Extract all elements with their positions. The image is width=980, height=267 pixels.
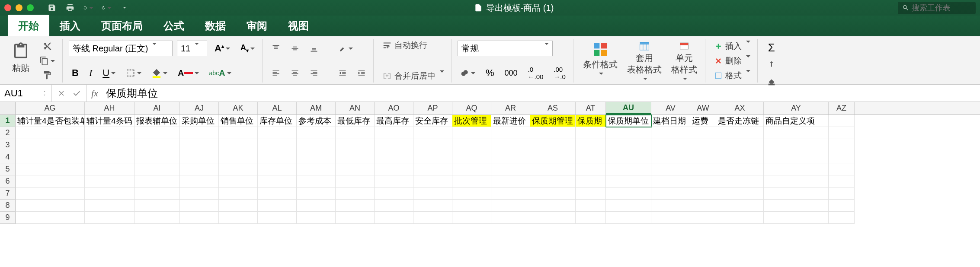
- cell-AH8[interactable]: [85, 200, 135, 212]
- cell-AT4[interactable]: [576, 151, 606, 163]
- cell-AP8[interactable]: [413, 200, 452, 212]
- cell-AO3[interactable]: [375, 139, 413, 151]
- column-header-AV[interactable]: AV: [651, 102, 690, 114]
- column-header-AR[interactable]: AR: [491, 102, 530, 114]
- cell-AG5[interactable]: [16, 163, 85, 175]
- column-header-AO[interactable]: AO: [375, 102, 413, 114]
- cell-AK9[interactable]: [219, 212, 258, 224]
- cell-AQ7[interactable]: [452, 188, 491, 200]
- orientation-button[interactable]: [335, 41, 356, 56]
- merge-center-button[interactable]: 合并后居中: [380, 70, 447, 83]
- chevron-down-icon[interactable]: [42, 93, 47, 97]
- cell-AG2[interactable]: [16, 127, 85, 139]
- cell-AT7[interactable]: [576, 188, 606, 200]
- increase-font-button[interactable]: A▴: [211, 41, 233, 56]
- fill-color-button[interactable]: [149, 65, 170, 81]
- cell-AN6[interactable]: [336, 175, 375, 188]
- cell-AL5[interactable]: [258, 163, 297, 175]
- cell-AU3[interactable]: [606, 139, 651, 151]
- close-window-button[interactable]: [4, 4, 11, 11]
- cell-AK2[interactable]: [219, 127, 258, 139]
- cell-AM6[interactable]: [297, 175, 336, 188]
- italic-button[interactable]: I: [86, 65, 95, 81]
- cell-AR9[interactable]: [491, 212, 530, 224]
- search-input[interactable]: [912, 3, 968, 13]
- cell-AW5[interactable]: [690, 163, 716, 175]
- cell-AX4[interactable]: [716, 151, 764, 163]
- cell-AP7[interactable]: [413, 188, 452, 200]
- cell-AM7[interactable]: [297, 188, 336, 200]
- font-name-select[interactable]: 等线 Regular (正文): [69, 41, 173, 56]
- minimize-window-button[interactable]: [16, 4, 22, 11]
- cell-AR3[interactable]: [491, 139, 530, 151]
- cell-AN7[interactable]: [336, 188, 375, 200]
- cell-AV4[interactable]: [651, 151, 690, 163]
- cell-AT6[interactable]: [576, 175, 606, 188]
- cell-AR7[interactable]: [491, 188, 530, 200]
- chevron-up-icon[interactable]: [42, 90, 47, 93]
- cell-AO8[interactable]: [375, 200, 413, 212]
- tab-数据[interactable]: 数据: [195, 15, 236, 36]
- print-button[interactable]: [65, 3, 75, 13]
- cell-AS5[interactable]: [530, 163, 576, 175]
- cell-AS2[interactable]: [530, 127, 576, 139]
- cell-AS9[interactable]: [530, 212, 576, 224]
- cell-AW9[interactable]: [690, 212, 716, 224]
- cell-AL6[interactable]: [258, 175, 297, 188]
- cell-AJ3[interactable]: [180, 139, 219, 151]
- align-middle-button[interactable]: [288, 41, 302, 56]
- cell-AX5[interactable]: [716, 163, 764, 175]
- tab-审阅[interactable]: 审阅: [236, 15, 278, 36]
- underline-button[interactable]: U: [99, 65, 118, 81]
- align-bottom-button[interactable]: [307, 41, 321, 56]
- cell-AI7[interactable]: [135, 188, 180, 200]
- column-header-AP[interactable]: AP: [413, 102, 452, 114]
- cell-AT3[interactable]: [576, 139, 606, 151]
- cell-AU2[interactable]: [606, 127, 651, 139]
- cell-AN8[interactable]: [336, 200, 375, 212]
- select-all-corner[interactable]: [0, 102, 16, 114]
- redo-button[interactable]: [101, 3, 112, 13]
- align-center-button[interactable]: [288, 65, 302, 81]
- align-left-button[interactable]: [269, 65, 283, 81]
- cell-AV6[interactable]: [651, 175, 690, 188]
- cell-AR4[interactable]: [491, 151, 530, 163]
- cell-AO5[interactable]: [375, 163, 413, 175]
- spreadsheet-grid[interactable]: AGAHAIAJAKALAMANAOAPAQARASATAUAVAWAXAYAZ…: [0, 102, 980, 224]
- column-header-AI[interactable]: AI: [135, 102, 180, 114]
- cell-AN1[interactable]: 最低库存: [336, 115, 375, 127]
- cell-AJ7[interactable]: [180, 188, 219, 200]
- cell-AY7[interactable]: [764, 188, 829, 200]
- cell-AQ1[interactable]: 批次管理: [452, 115, 491, 127]
- cell-AO1[interactable]: 最高库存: [375, 115, 413, 127]
- cell-AV9[interactable]: [651, 212, 690, 224]
- cell-AH9[interactable]: [85, 212, 135, 224]
- cell-AJ1[interactable]: 采购单位: [180, 115, 219, 127]
- cell-AJ2[interactable]: [180, 127, 219, 139]
- cell-AK1[interactable]: 销售单位: [219, 115, 258, 127]
- cell-AK3[interactable]: [219, 139, 258, 151]
- cell-AY1[interactable]: 商品自定义项: [764, 115, 829, 127]
- cell-AY6[interactable]: [764, 175, 829, 188]
- cell-AV1[interactable]: 建档日期: [651, 115, 690, 127]
- cell-AK6[interactable]: [219, 175, 258, 188]
- delete-cells-button[interactable]: 删除: [711, 54, 753, 67]
- cell-AM4[interactable]: [297, 151, 336, 163]
- cell-AL2[interactable]: [258, 127, 297, 139]
- cell-AX8[interactable]: [716, 200, 764, 212]
- cell-AR6[interactable]: [491, 175, 530, 188]
- cell-AL8[interactable]: [258, 200, 297, 212]
- font-color-button[interactable]: A: [175, 65, 202, 81]
- cell-AM1[interactable]: 参考成本: [297, 115, 336, 127]
- cell-AS3[interactable]: [530, 139, 576, 151]
- cell-AL4[interactable]: [258, 151, 297, 163]
- cell-AV3[interactable]: [651, 139, 690, 151]
- cell-AZ6[interactable]: [829, 175, 855, 188]
- cell-AT1[interactable]: 保质期: [576, 115, 606, 127]
- column-header-AS[interactable]: AS: [530, 102, 576, 114]
- cell-AW1[interactable]: 运费: [690, 115, 716, 127]
- cell-AG7[interactable]: [16, 188, 85, 200]
- cell-AK5[interactable]: [219, 163, 258, 175]
- cell-AG9[interactable]: [16, 212, 85, 224]
- cell-AX2[interactable]: [716, 127, 764, 139]
